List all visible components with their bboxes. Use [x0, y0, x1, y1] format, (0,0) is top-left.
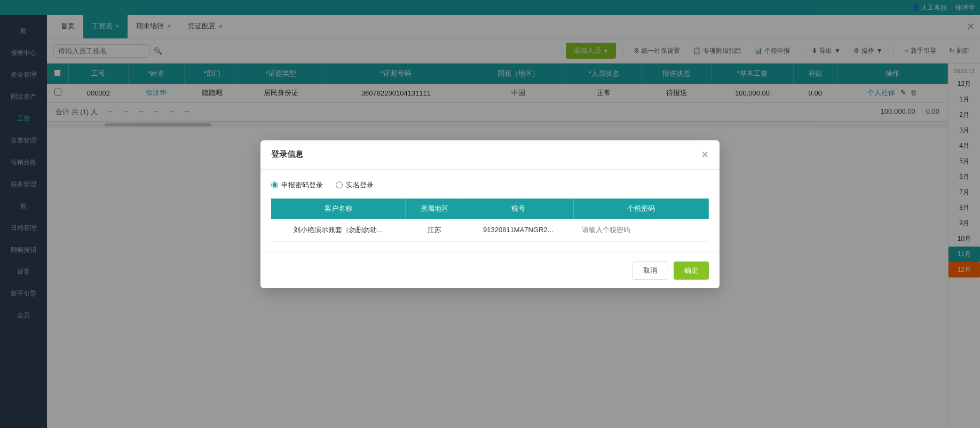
realname-login-radio[interactable] — [336, 181, 343, 188]
modal-col-client-name: 客户名称 — [271, 199, 406, 219]
modal-col-tax-id: 税号 — [463, 199, 573, 219]
modal-footer: 取消 确定 — [260, 252, 720, 288]
modal-table: 客户名称 所属地区 税号 个税密码 刘小艳演示账套（勿删勿动... 江苏 913… — [271, 199, 709, 242]
confirm-button[interactable]: 确定 — [674, 261, 709, 280]
app-container: 👤 人工客服 徐泽华 账 报表中心 资金管理 固定资产 工资 发票管理 往销台账… — [0, 0, 980, 428]
modal-overlay: 登录信息 ✕ 申报密码登录 实名登录 — [0, 0, 980, 428]
modal-title: 登录信息 — [271, 149, 303, 160]
modal-col-region: 所属地区 — [406, 199, 463, 219]
modal-close-button[interactable]: ✕ — [701, 149, 709, 161]
modal-region: 江苏 — [406, 219, 463, 242]
modal-col-tax-password: 个税密码 — [573, 199, 708, 219]
login-info-modal: 登录信息 ✕ 申报密码登录 实名登录 — [260, 140, 720, 288]
modal-client-name: 刘小艳演示账套（勿删勿动... — [271, 219, 406, 242]
modal-tax-id: 91320811MA7NGR2... — [463, 219, 573, 242]
modal-body: 申报密码登录 实名登录 客户名称 所属地区 税号 个税密码 — [260, 170, 720, 252]
modal-header: 登录信息 ✕ — [260, 140, 720, 170]
login-type-radio-group: 申报密码登录 实名登录 — [271, 180, 709, 190]
password-login-radio[interactable] — [271, 181, 278, 188]
modal-table-row: 刘小艳演示账套（勿删勿动... 江苏 91320811MA7NGR2... — [271, 219, 709, 242]
tax-password-input[interactable] — [582, 226, 700, 234]
realname-login-option[interactable]: 实名登录 — [336, 180, 374, 190]
modal-tax-password[interactable] — [573, 219, 708, 242]
cancel-button[interactable]: 取消 — [632, 261, 668, 280]
password-login-option[interactable]: 申报密码登录 — [271, 180, 323, 190]
